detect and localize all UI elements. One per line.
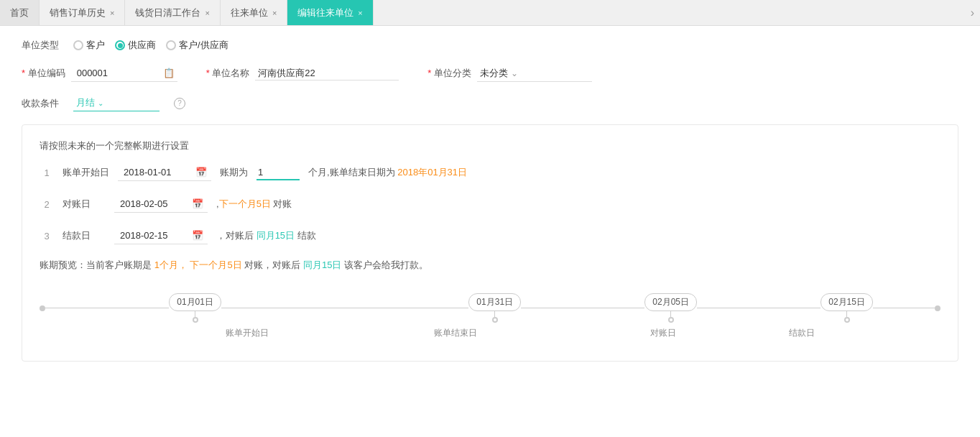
- tl-label-2-wrap: 账单结束日: [317, 326, 594, 339]
- period-row-1: 1 账单开始日 📅 账期为 个月,账单结束日期为 2018年01月31日: [40, 164, 940, 181]
- unit-class-label: 单位分类: [427, 67, 471, 80]
- preview-mid: 对账，对账后: [244, 259, 300, 270]
- period-row-3: 3 结款日 📅 ，对账后 同月15日 结款: [40, 227, 940, 244]
- tl-node-2-line: [494, 311, 495, 317]
- radio-both-circle: [166, 40, 176, 50]
- radio-both[interactable]: 客户/供应商: [166, 39, 228, 52]
- period-date-1-input[interactable]: [121, 165, 193, 179]
- preview-part2: 下一个月5日: [190, 259, 241, 270]
- tl-node-4-line: [846, 311, 847, 317]
- tab-cash[interactable]: 钱货日清工作台 ×: [125, 0, 220, 25]
- unit-class-chevron: ⌄: [511, 68, 518, 78]
- tl-line-4: [697, 308, 820, 308]
- period-date-3-wrap: 📅: [114, 227, 208, 244]
- tl-label-4-wrap: 结款日: [733, 326, 872, 339]
- timeline-badge-3: 02月05日: [644, 293, 697, 311]
- unit-name-field: 单位名称: [206, 66, 399, 80]
- preview-suffix: 该客户会给我打款。: [344, 259, 428, 270]
- payment-condition-row: 收款条件 月结 ⌄ ?: [22, 95, 958, 111]
- period-desc-3-highlight: 同月15日: [256, 230, 295, 241]
- unit-name-input[interactable]: [255, 66, 399, 80]
- radio-both-label: 客户/供应商: [179, 39, 228, 52]
- tab-cash-label: 钱货日清工作台: [135, 6, 200, 19]
- payment-condition-dropdown[interactable]: 月结 ⌄: [73, 95, 160, 111]
- unit-code-input[interactable]: [74, 66, 160, 80]
- tab-edit-partner[interactable]: 编辑往来单位 ×: [287, 0, 373, 25]
- timeline-label-3: 对账日: [650, 327, 676, 339]
- period-date-2-icon[interactable]: 📅: [192, 198, 203, 209]
- period-number-2: 2: [40, 199, 54, 210]
- tl-line-3: [521, 308, 644, 308]
- tab-sales-order[interactable]: 销售订单历史 ×: [40, 0, 125, 25]
- unit-info-row: 单位编码 📋 单位名称 单位分类 未分类 ⌄: [22, 65, 958, 82]
- unit-class-field: 单位分类 未分类 ⌄: [427, 65, 592, 82]
- period-label-1: 账单开始日: [63, 166, 109, 179]
- period-date-3-input[interactable]: [117, 229, 189, 242]
- tab-scroll-right[interactable]: ›: [965, 0, 980, 25]
- timeline-node-4: 02月15日: [820, 293, 873, 323]
- payment-condition-label: 收款条件: [22, 97, 59, 110]
- tab-cash-close[interactable]: ×: [205, 9, 209, 17]
- unit-class-dropdown[interactable]: 未分类 ⌄: [477, 65, 592, 82]
- tl-label-1-wrap: 账单开始日: [178, 326, 317, 339]
- unit-type-label: 单位类型: [22, 39, 59, 52]
- period-label-3: 结款日: [63, 229, 106, 242]
- tab-home-label: 首页: [10, 6, 29, 19]
- tl-node-3-line: [670, 311, 671, 317]
- tl-line-5: [873, 308, 935, 308]
- tab-sales-label: 销售订单历史: [50, 6, 106, 19]
- period-date-2-input[interactable]: [117, 197, 189, 211]
- preview-text: 账期预览：当前客户账期是 1个月， 下一个月5日 对账，对账后 同月15日 该客…: [40, 259, 940, 272]
- period-end-date: 2018年01月31日: [397, 167, 467, 178]
- tl-line-1: [45, 308, 169, 308]
- period-desc-2-highlight: 下一个月5日: [219, 198, 271, 209]
- period-desc-2: ,下一个月5日 对账: [216, 198, 292, 211]
- radio-customer[interactable]: 客户: [73, 39, 105, 52]
- period-row-2: 2 对账日 📅 ,下一个月5日 对账: [40, 196, 940, 213]
- period-number-1: 1: [40, 167, 54, 178]
- unit-type-row: 单位类型 客户 供应商 客户/供应商: [22, 39, 958, 52]
- timeline-row: 01月01日 01月31日 02月05日: [40, 293, 940, 323]
- timeline-node-2: 01月31日: [468, 293, 521, 323]
- tl-node-4-dot: [844, 317, 850, 323]
- unit-code-icon[interactable]: 📋: [163, 68, 175, 78]
- tab-partner[interactable]: 往来单位 ×: [221, 0, 287, 25]
- period-date-2-wrap: 📅: [114, 196, 208, 213]
- timeline-container: 01月01日 01月31日 02月05日: [40, 286, 940, 346]
- period-number-3: 3: [40, 231, 54, 242]
- radio-customer-label: 客户: [86, 39, 105, 52]
- tab-home[interactable]: 首页: [0, 0, 40, 25]
- timeline-labels-row: 账单开始日 账单结束日 对账日 结款日: [40, 326, 940, 339]
- period-date-1-icon[interactable]: 📅: [195, 167, 207, 178]
- preview-part3: 同月15日: [303, 259, 341, 270]
- tab-partner-close[interactable]: ×: [272, 9, 277, 17]
- timeline-left-dot: [40, 305, 45, 311]
- unit-type-radio-group: 客户 供应商 客户/供应商: [73, 39, 228, 52]
- tab-edit-partner-close[interactable]: ×: [358, 9, 362, 17]
- period-date-3-icon[interactable]: 📅: [192, 230, 203, 241]
- unit-name-label: 单位名称: [206, 67, 250, 80]
- timeline-badge-1: 01月01日: [169, 293, 221, 311]
- payment-condition-value: 月结: [76, 96, 95, 109]
- period-desc-3: ，对账后 同月15日 结款: [216, 229, 316, 242]
- radio-supplier-label: 供应商: [128, 39, 156, 52]
- period-label-2: 对账日: [63, 198, 106, 211]
- tl-label-3-wrap: 对账日: [594, 326, 733, 339]
- tl-node-1-dot: [193, 317, 198, 323]
- radio-supplier-circle: [115, 40, 125, 50]
- period-desc-1-post: 个月,账单结束日期为 2018年01月31日: [308, 166, 467, 179]
- help-icon[interactable]: ?: [174, 98, 185, 109]
- tab-edit-partner-label: 编辑往来单位: [297, 6, 353, 19]
- preview-part1: 1个月，: [154, 259, 188, 270]
- timeline-label-4: 结款日: [789, 327, 815, 339]
- timeline-label-1: 账单开始日: [226, 327, 269, 339]
- period-date-1-wrap: 📅: [118, 164, 211, 181]
- radio-supplier[interactable]: 供应商: [115, 39, 156, 52]
- timeline-node-1: 01月01日: [169, 293, 221, 323]
- months-input[interactable]: [256, 165, 300, 180]
- period-desc-1-pre: 账期为: [220, 166, 248, 179]
- tab-sales-close[interactable]: ×: [110, 9, 114, 17]
- tab-partner-label: 往来单位: [231, 6, 268, 19]
- unit-code-label: 单位编码: [22, 67, 65, 80]
- tab-bar: 首页 销售订单历史 × 钱货日清工作台 × 往来单位 × 编辑往来单位 × ›: [0, 0, 980, 26]
